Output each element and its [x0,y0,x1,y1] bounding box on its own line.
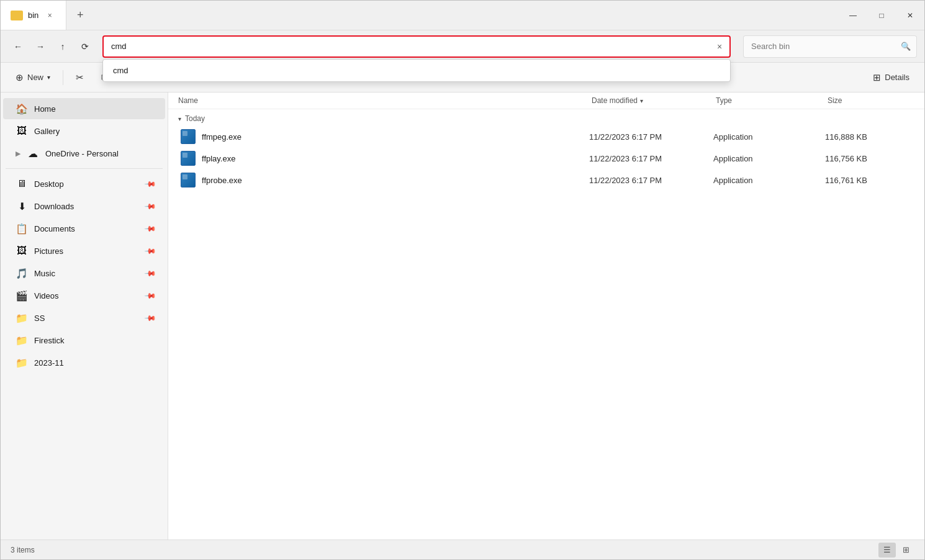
details-label: Details [885,73,909,82]
sidebar-item-pictures[interactable]: 🖼 Pictures 📌 [3,240,165,261]
file-size-ffmpeg: 116,888 KB [825,132,912,142]
back-button[interactable]: ← [8,37,28,56]
file-name-ffprobe: ffprobe.exe [181,173,589,187]
view-list-button[interactable]: ☰ [878,543,896,558]
file-type-ffmpeg: Application [713,132,825,142]
music-icon: 🎵 [16,267,28,279]
sidebar-item-desktop[interactable]: 🖥 Desktop 📌 [3,173,165,194]
explorer-window: bin × + — □ ✕ ← → ↑ ⟳ × cmd 🔍 [0,0,925,560]
table-row[interactable]: ffmpeg.exe 11/22/2023 6:17 PM Applicatio… [171,126,922,147]
sidebar-divider-1 [6,168,163,169]
file-list: Name Date modified ▾ Type Size ▾ Today [168,93,924,540]
sidebar-item-home[interactable]: 🏠 Home [3,98,165,119]
ss-icon: 📁 [16,312,28,324]
sidebar-item-label-onedrive: OneDrive - Personal [45,149,155,158]
tab-add-button[interactable]: + [69,4,91,27]
sidebar-item-label-pictures: Pictures [34,246,140,256]
view-list-icon: ☰ [883,545,891,554]
table-row[interactable]: ffprobe.exe 11/22/2023 6:17 PM Applicati… [171,169,922,191]
view-grid-button[interactable]: ⊞ [897,543,914,558]
new-dropdown-icon: ▾ [47,74,50,81]
new-icon: ⊕ [16,72,24,83]
minimize-button[interactable]: — [839,1,867,30]
autocomplete-item[interactable]: cmd [103,60,730,81]
file-name-label-ffmpeg: ffmpeg.exe [202,132,241,142]
view-buttons: ☰ ⊞ [878,543,914,558]
music-pin-icon: 📌 [144,267,157,280]
toolbar: ← → ↑ ⟳ × cmd 🔍 [1,30,924,63]
address-bar-container: × cmd [102,35,731,58]
sidebar-item-label-videos: Videos [34,291,140,300]
new-button[interactable]: ⊕ New ▾ [8,67,58,88]
forward-button[interactable]: → [30,37,50,56]
sidebar-item-label-desktop: Desktop [34,179,140,189]
pictures-icon: 🖼 [16,245,28,257]
downloads-pin-icon: 📌 [144,200,157,213]
firestick-icon: 📁 [16,334,28,346]
col-header-name[interactable]: Name [178,96,592,105]
group-header-today[interactable]: ▾ Today [168,109,924,125]
col-size-label: Size [828,96,842,105]
up-button[interactable]: ↑ [53,37,73,56]
cut-icon: ✂ [76,72,84,83]
documents-icon: 📋 [16,222,28,235]
onedrive-expand-icon: ▶ [16,150,20,158]
cut-button[interactable]: ✂ [68,67,91,88]
file-size-ffplay: 116,756 KB [825,154,912,163]
search-area: 🔍 [743,35,917,58]
col-name-label: Name [178,96,198,105]
address-bar-input[interactable] [102,35,731,58]
sidebar-item-label-ss: SS [34,314,140,323]
sidebar-item-downloads[interactable]: ⬇ Downloads 📌 [3,196,165,217]
group-chevron-icon: ▾ [178,115,181,122]
address-clear-button[interactable]: × [713,40,726,53]
details-button[interactable]: ⊞ Details [865,67,917,88]
gallery-icon: 🖼 [16,125,28,137]
col-type-label: Type [716,96,732,105]
videos-icon: 🎬 [16,289,28,302]
file-name-ffmpeg: ffmpeg.exe [181,129,589,144]
sidebar-item-music[interactable]: 🎵 Music 📌 [3,263,165,284]
file-type-ffplay: Application [713,154,825,163]
sidebar-item-firestick[interactable]: 📁 Firestick [3,330,165,351]
tab-folder-icon [11,11,23,20]
sidebar-item-label-home: Home [34,104,155,114]
search-icon: 🔍 [901,42,911,51]
main-content: 🏠 Home 🖼 Gallery ▶ ☁ OneDrive - Personal… [1,93,924,540]
details-icon: ⊞ [873,72,881,83]
col-header-type[interactable]: Type [716,96,828,105]
search-input[interactable] [743,35,895,58]
col-header-date[interactable]: Date modified ▾ [592,96,716,105]
downloads-icon: ⬇ [16,200,28,212]
sidebar-item-gallery[interactable]: 🖼 Gallery [3,120,165,142]
exe-icon-ffplay [181,151,196,166]
file-name-label-ffprobe: ffprobe.exe [202,176,242,185]
tab-close-button[interactable]: × [43,9,56,22]
col-header-size[interactable]: Size [828,96,914,105]
sidebar-item-documents[interactable]: 📋 Documents 📌 [3,218,165,239]
autocomplete-dropdown: cmd [102,59,731,82]
refresh-button[interactable]: ⟳ [75,37,95,56]
sidebar-item-label-gallery: Gallery [34,127,155,136]
sidebar-item-ss[interactable]: 📁 SS 📌 [3,307,165,328]
onedrive-icon: ☁ [27,147,39,160]
table-row[interactable]: ffplay.exe 11/22/2023 6:17 PM Applicatio… [171,148,922,169]
sidebar-item-onedrive[interactable]: ▶ ☁ OneDrive - Personal [3,143,165,164]
file-date-ffmpeg: 11/22/2023 6:17 PM [589,132,713,142]
file-type-ffprobe: Application [713,176,825,185]
close-button[interactable]: ✕ [896,1,924,30]
file-name-ffplay: ffplay.exe [181,151,589,166]
separator-1 [63,70,63,85]
desktop-icon: 🖥 [16,178,28,190]
tab-title: bin [28,11,38,20]
col-date-label: Date modified [592,96,638,105]
search-button[interactable]: 🔍 [895,35,917,58]
ss-pin-icon: 📌 [144,312,157,325]
status-bar: 3 items ☰ ⊞ [1,540,924,559]
sidebar-item-label-downloads: Downloads [34,202,140,211]
sidebar-item-2023-11[interactable]: 📁 2023-11 [3,352,165,373]
maximize-button[interactable]: □ [867,1,896,30]
sidebar-item-videos[interactable]: 🎬 Videos 📌 [3,285,165,306]
file-date-ffplay: 11/22/2023 6:17 PM [589,154,713,163]
sidebar: 🏠 Home 🖼 Gallery ▶ ☁ OneDrive - Personal… [1,93,168,540]
